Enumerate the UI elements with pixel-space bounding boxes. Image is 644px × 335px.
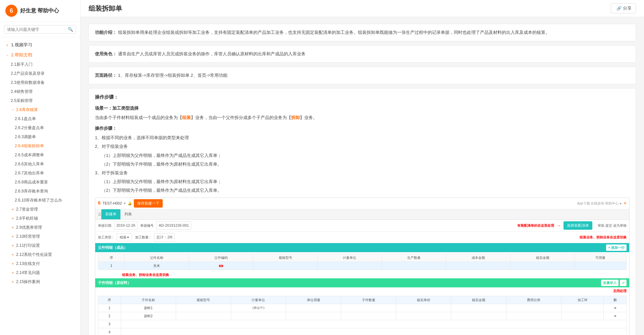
search-box[interactable]: 🔍: [4, 25, 76, 34]
logo-text: 好生意 帮助中心: [20, 7, 59, 14]
nav-item-22[interactable]: 2.2产品安装及登录: [0, 69, 80, 78]
add-row-btn[interactable]: + 添加一行: [606, 244, 627, 251]
nav-item-269[interactable]: 2.6.9库存账本查询: [0, 187, 80, 196]
nav-label-215: 2.15操作案例: [16, 279, 40, 285]
nav-label-268: 2.6.8商品成本重算: [15, 180, 48, 184]
nav-item-27[interactable]: ＋ 2.7资金管理: [0, 205, 80, 214]
nav-item-29[interactable]: ＋ 2.9优惠券管理: [0, 223, 80, 232]
nav-label-23: 2.3使用前数据准备: [11, 80, 45, 85]
table-row: 1 原料1 (单位/个) ✕: [98, 304, 627, 312]
nav-item-docs[interactable]: － 2.帮助文档: [0, 50, 80, 60]
mock-type-label: 加工类型 :: [98, 234, 113, 240]
mock-appbar: App下载 在线咨询 帮助中心 ●: [577, 201, 622, 206]
nav-label-29: 2.9优惠券管理: [16, 225, 42, 230]
share-button[interactable]: 🔗 分享: [611, 3, 636, 13]
step1: 1、根据不同的业务，选择不同单据的类型来处理: [95, 134, 630, 142]
nav-item-28[interactable]: ＋ 2.8手机旺铺: [0, 214, 80, 223]
role-card: 使用角色： 通常由生产人员或库管人员完成拆装业务的操作，库管人员确认原材料的出库…: [89, 45, 636, 63]
nav-section-videos: ＋ 1.视频学习: [0, 40, 80, 50]
role-label: 使用角色：: [95, 51, 117, 56]
search-icon[interactable]: 🔍: [68, 27, 73, 32]
nav-item-264[interactable]: 2.6.4组装拆卸单: [0, 142, 80, 151]
nav-item-25[interactable]: 2.5采购管理: [0, 96, 80, 105]
mock-nav-icon: ☰: [98, 211, 101, 218]
nav-item-267[interactable]: 2.6.7其他出库单: [0, 169, 80, 178]
nav-tree: ＋ 1.视频学习 － 2.帮助文档 2.1新手入门 2.2产品安装及登录 2.3…: [0, 37, 80, 335]
ops-heading: 操作步骤：: [95, 93, 630, 101]
nav-item-263[interactable]: 2.6.3调拨单: [0, 132, 80, 142]
bottom-header-title: 子件明细（原材料）: [98, 280, 131, 286]
search-input[interactable]: [7, 27, 68, 32]
th-seq: 序: [98, 254, 125, 262]
th-cost: 成本金额: [446, 254, 511, 262]
scenario1-desc-text: 当由多个子件材料组装成一个成品的业务为【组装】业务，当由一个父件拆分成多个子产品…: [95, 115, 317, 120]
scenario1-desc: 当由多个子件材料组装成一个成品的业务为【组装】业务，当由一个父件拆分成多个子产品…: [95, 114, 630, 121]
nav-item-265[interactable]: 2.6.5成本调整单: [0, 151, 80, 160]
nav-label-267: 2.6.7其他出库单: [15, 171, 44, 175]
nav-item-210[interactable]: ＋ 2.10经营管理: [0, 232, 80, 241]
nav-sub-26: 2.6.1盘点单 2.6.2分量盘点单 2.6.3调拨单 2.6.4组装拆卸单 …: [0, 114, 80, 205]
nav-section-docs: － 2.帮助文档 2.1新手入门 2.2产品安装及登录 2.3使用前数据准备 2…: [0, 50, 80, 286]
nav-label-265: 2.6.5成本调整单: [15, 153, 44, 157]
mock-close: ✕: [624, 200, 627, 207]
nav-item-211[interactable]: ＋ 2.11打印设置: [0, 241, 80, 250]
th-spec: 规格型号: [253, 254, 318, 262]
plus-icon-213: ＋: [11, 261, 15, 267]
step2-1: （1）上部明细为父件明细，最终作为产成品生成其它入库单；: [95, 152, 630, 159]
step2: 2、对于组装业务: [95, 143, 630, 150]
nav-label-24: 2.4销售管理: [11, 89, 33, 94]
section-header-actions: + 添加一行: [606, 244, 627, 251]
nav-item-213[interactable]: ＋ 2.13在线支付: [0, 259, 80, 268]
mock-type-select[interactable]: 组装 ▾: [117, 233, 132, 241]
nav-item-videos[interactable]: ＋ 1.视频学习: [0, 40, 80, 50]
share-icon: 🔗: [616, 6, 622, 11]
annotation1: 有装配清单的在这里处理: [517, 223, 554, 228]
nav-item-266[interactable]: 2.6.6其他入库单: [0, 160, 80, 169]
mock-top-right: App下载 在线咨询 帮助中心 ● ✕: [577, 200, 627, 207]
mock-bill-label: 单据编号: [140, 223, 154, 228]
nav-item-24[interactable]: 2.4销售管理: [0, 87, 80, 96]
mock-top-table: 序 父件名称 父件编码 规格型号 计量单位 生产数量 成本金额 核实金额 可用量: [98, 254, 627, 270]
nav-label-263: 2.6.3调拨单: [15, 134, 36, 139]
nav-label-211: 2.11打印设置: [16, 243, 40, 248]
nav-item-21[interactable]: 2.1新手入门: [0, 60, 80, 69]
search-area: 🔍: [0, 22, 80, 37]
mock-orange-btn[interactable]: 保存新建一下: [134, 199, 163, 208]
mock-num-field: 总计：2/6: [154, 233, 175, 241]
th-qty: 生产数量: [382, 254, 446, 262]
steps-heading: 操作步骤：: [95, 125, 630, 132]
plus-icon-215: ＋: [11, 279, 15, 285]
nav-item-2610[interactable]: 2.6.10库存账本错了怎么办: [0, 196, 80, 205]
batch-add-btn[interactable]: 批量录入: [601, 280, 619, 286]
mock-date-field: 2019-12-26: [114, 221, 138, 230]
path-label: 页面路径：: [95, 73, 117, 78]
nav-item-212[interactable]: ＋ 2.12系统个性化设置: [0, 250, 80, 259]
mock-tab-new[interactable]: 新建单: [101, 209, 120, 220]
nav-item-215[interactable]: ＋ 2.15操作案例: [0, 277, 80, 286]
nav-item-videos-label: 1.视频学习: [11, 42, 32, 48]
nav-item-268[interactable]: 2.6.8商品成本重算: [0, 178, 80, 187]
annotation2: 组装业务、拆卸业务在这里切换: [580, 234, 627, 240]
mock-tab-list[interactable]: 列表: [120, 209, 136, 220]
nav-item-docs-label: 2.帮助文档: [11, 52, 32, 58]
expand-btn[interactable]: ⤢: [620, 280, 627, 286]
nav-sub-docs: 2.1新手入门 2.2产品安装及登录 2.3使用前数据准备 2.4销售管理 2.…: [0, 60, 80, 286]
nav-label-261: 2.6.1盘点单: [15, 116, 36, 121]
nav-label-22: 2.2产品安装及登录: [11, 71, 45, 76]
mock-type-row: 加工类型 : 组装 ▾ 加工数量 : 总计：2/6 组装业务、拆卸业务在这里切换: [95, 232, 629, 243]
nav-label-210: 2.10经营管理: [16, 234, 40, 239]
annotation3-row: 启用处理: [95, 287, 629, 294]
main-content: 组装拆卸单 🔗 分享 功能介绍： 组装拆卸单用来处理企业组装或拆卸等加工业务，支…: [80, 0, 644, 335]
nav-item-261[interactable]: 2.6.1盘点单: [0, 114, 80, 123]
nav-item-214[interactable]: ＋ 2.14常见问题: [0, 268, 80, 277]
top-bar: 组装拆卸单 🔗 分享: [80, 0, 644, 17]
mock-top-table-wrapper: 序 父件名称 父件编码 规格型号 计量单位 生产数量 成本金额 核实金额 可用量: [95, 252, 629, 271]
nav-item-26[interactable]: － 2.6库存核算: [0, 105, 80, 114]
mock-teal-btn[interactable]: 选择装配清单: [564, 221, 592, 230]
nav-label-214: 2.14常见问题: [16, 270, 40, 276]
nav-item-23[interactable]: 2.3使用前数据准备: [0, 78, 80, 87]
page-title: 组装拆卸单: [89, 4, 122, 13]
mock-bottom-table-wrapper: 序 子件名称 规格型号 计量单位 单位用量 子件数量 核实单价 核实金额 费用分…: [95, 296, 629, 335]
section-header-title: 父件明细（成品）: [98, 244, 127, 251]
nav-item-262[interactable]: 2.6.2分量盘点单: [0, 123, 80, 132]
